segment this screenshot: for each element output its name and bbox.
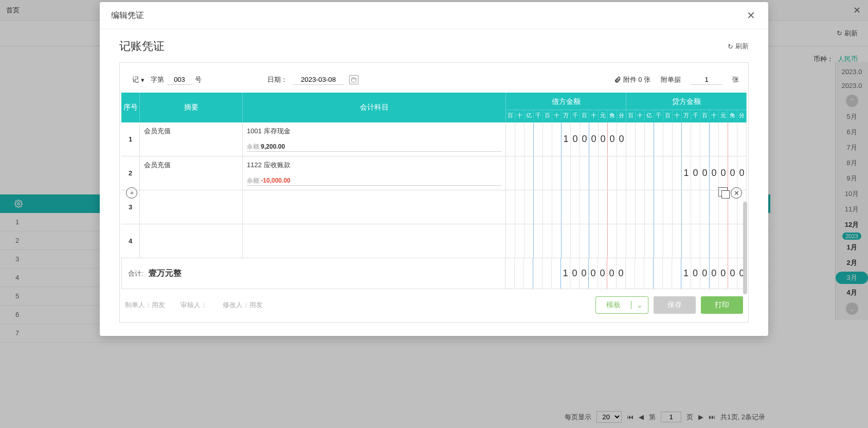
digit-cell[interactable]: 0 [570,258,580,289]
digit-cell[interactable] [636,122,645,156]
digit-cell[interactable] [626,224,636,258]
digit-cell[interactable]: 0 [580,258,589,289]
digit-cell[interactable] [562,190,571,224]
digit-cell[interactable]: 0 [710,156,719,190]
digit-cell[interactable] [506,156,515,190]
digit-cell[interactable] [562,224,571,258]
digit-cell[interactable] [617,224,626,258]
digit-cell[interactable] [635,258,644,289]
digit-cell[interactable] [580,190,589,224]
digit-cell[interactable] [636,190,645,224]
digit-cell[interactable] [645,122,654,156]
digit-cell[interactable] [515,122,525,156]
digit-cell[interactable] [644,258,654,289]
save-button[interactable]: 保存 [654,296,696,314]
digit-cell[interactable] [608,224,617,258]
digit-cell[interactable] [542,258,552,289]
digit-cell[interactable] [525,224,534,258]
digit-cell[interactable] [525,190,534,224]
digit-cell[interactable] [552,122,562,156]
digit-cell[interactable] [599,224,608,258]
digit-cell[interactable]: 0 [589,122,599,156]
digit-cell[interactable]: 0 [691,156,700,190]
digit-cell[interactable] [654,190,663,224]
digit-cell[interactable] [515,190,525,224]
digit-cell[interactable] [534,224,543,258]
digit-cell[interactable] [571,156,580,190]
row-account[interactable]: 1122 应收账款余额:-10,000.00 [243,156,506,190]
digit-cell[interactable] [617,190,626,224]
template-button[interactable]: 模板 ⌄ [595,296,648,314]
digit-cell[interactable] [654,156,663,190]
digit-cell[interactable] [663,156,673,190]
digit-cell[interactable] [543,224,552,258]
digit-cell[interactable] [515,156,525,190]
digit-cell[interactable]: 0 [598,258,607,289]
digit-cell[interactable] [506,224,515,258]
digit-cell[interactable] [543,190,552,224]
digit-cell[interactable] [589,224,599,258]
digit-cell[interactable] [645,190,654,224]
digit-cell[interactable] [673,122,682,156]
digit-cell[interactable] [672,258,681,289]
digit-cell[interactable] [626,122,636,156]
copy-row-icon[interactable] [718,187,728,199]
refresh-button[interactable]: ↻ 刷新 [728,42,749,51]
digit-cell[interactable] [525,122,534,156]
digit-cell[interactable] [691,190,700,224]
row-credit[interactable] [626,224,747,258]
add-row-icon[interactable]: ＋ [126,187,137,199]
digit-cell[interactable]: 0 [700,156,710,190]
date-input[interactable] [293,75,344,85]
digit-cell[interactable]: 0 [608,122,617,156]
digit-cell[interactable] [663,224,673,258]
digit-cell[interactable] [719,122,728,156]
digit-cell[interactable]: 0 [710,258,719,289]
digit-cell[interactable] [506,122,515,156]
digit-cell[interactable] [663,190,673,224]
digit-cell[interactable] [673,224,682,258]
digit-cell[interactable] [552,190,562,224]
digit-cell[interactable] [691,224,700,258]
digit-cell[interactable] [645,224,654,258]
digit-cell[interactable] [626,156,636,190]
attachment-link[interactable]: 附件 0 张 [614,75,650,84]
row-summary[interactable]: 会员充值 [140,156,243,190]
print-button[interactable]: 打印 [701,296,743,314]
calendar-icon[interactable] [349,75,358,84]
digit-cell[interactable] [589,190,599,224]
chevron-down-icon[interactable]: ⌄ [631,301,648,309]
row-debit[interactable] [506,190,626,224]
digit-cell[interactable]: 0 [607,258,617,289]
digit-cell[interactable] [525,156,534,190]
digit-cell[interactable] [562,156,571,190]
digit-cell[interactable] [571,190,580,224]
digit-cell[interactable] [580,156,589,190]
voucher-type-select[interactable]: 记 ▾ [129,74,148,85]
digit-cell[interactable] [645,156,654,190]
digit-cell[interactable] [691,122,700,156]
row-summary[interactable] [140,190,243,224]
row-credit[interactable] [626,122,747,156]
row-summary[interactable] [140,224,243,258]
digit-cell[interactable] [552,258,561,289]
digit-cell[interactable] [700,224,710,258]
digit-cell[interactable] [515,258,524,289]
digit-cell[interactable] [534,190,543,224]
digit-cell[interactable] [608,156,617,190]
digit-cell[interactable]: 0 [589,258,598,289]
digit-cell[interactable] [515,224,525,258]
digit-cell[interactable] [534,156,543,190]
digit-cell[interactable]: 0 [719,258,728,289]
row-account[interactable] [243,224,506,258]
digit-cell[interactable] [719,224,728,258]
digit-cell[interactable] [682,190,691,224]
digit-cell[interactable] [571,224,580,258]
row-debit[interactable] [506,224,626,258]
row-account[interactable]: 1001 库存现金余额:9,200.00 [243,122,506,156]
digit-cell[interactable] [654,258,663,289]
digit-cell[interactable] [663,258,672,289]
digit-cell[interactable] [710,224,719,258]
digit-cell[interactable] [589,156,599,190]
digit-cell[interactable]: 0 [719,156,728,190]
